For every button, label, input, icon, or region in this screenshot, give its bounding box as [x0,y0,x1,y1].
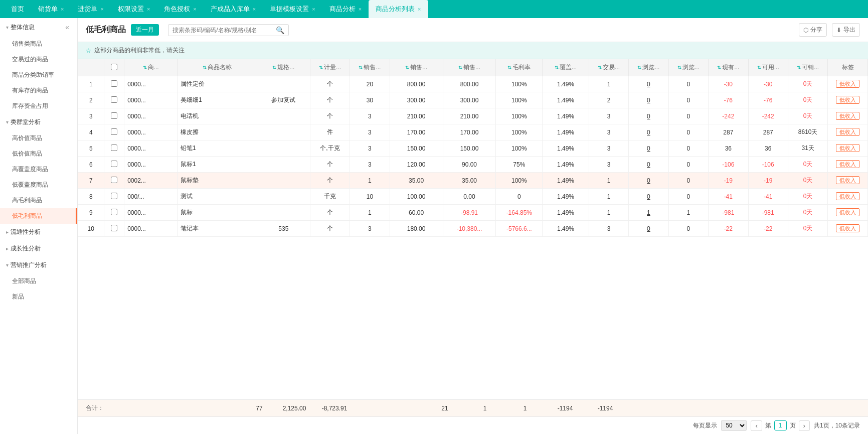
row-sales-price: 210.00 [390,108,443,124]
collapse-icon[interactable]: « [63,22,71,32]
next-page-button[interactable]: › [799,420,810,431]
row-checkbox[interactable] [111,209,117,215]
nav-sales-order[interactable]: 销货单 × [31,0,71,18]
sidebar-item-low-coverage[interactable]: 低覆盖度商品 [0,177,77,193]
nav-close-analysis-list[interactable]: × [418,6,421,12]
nav-permissions[interactable]: 权限设置 × [111,0,157,18]
tag-badge: 低收入 [836,96,859,104]
search-input[interactable] [172,27,273,34]
arrow-icon2: ▾ [6,119,9,125]
notice-icon: ☆ [86,47,91,54]
nav-close-analysis[interactable]: × [359,6,362,12]
sidebar-item-low-gross[interactable]: 低毛利商品 [0,208,77,224]
row-views1[interactable]: 0 [629,124,668,140]
th-trade[interactable]: ⇅交易... [589,59,628,76]
share-button[interactable]: ⬡ 分享 [799,23,827,37]
row-sales-price: 100.00 [390,189,443,205]
sidebar-group-overall[interactable]: ▾ 整体信息 « [0,18,77,36]
nav-close-sales[interactable]: × [61,6,64,12]
row-views2: 0 [668,76,708,92]
th-coverage[interactable]: ⇅覆盖... [543,59,589,76]
row-views1[interactable]: 0 [629,76,668,92]
top-navigation: 首页 销货单 × 进货单 × 权限设置 × 角色授权 × 产成品入库单 × 单据… [0,0,868,18]
sidebar-item-high-value[interactable]: 高价值商品 [0,130,77,146]
sidebar-group-cluster[interactable]: ▾ 类群堂分析 [0,114,77,130]
th-views2[interactable]: ⇅浏览... [668,59,708,76]
sidebar-item-category-rate[interactable]: 商品分类助销率 [0,67,77,83]
table-area: ⇅商... ⇅商品名称 ⇅规格... ⇅计量... ⇅销售... ⇅销售... … [78,59,868,399]
sidebar-group-growth[interactable]: ▸ 成长性分析 [0,240,77,257]
row-checkbox[interactable] [111,161,117,167]
nav-roles[interactable]: 角色授权 × [157,0,203,18]
nav-purchase[interactable]: 进货单 × [71,0,110,18]
sidebar-item-new-products[interactable]: 新品 [0,289,77,305]
nav-product-analysis-list[interactable]: 商品分析列表 × [369,0,428,18]
nav-close-permissions[interactable]: × [147,6,150,12]
row-spec: 参加复试 [257,92,310,108]
th-gross-rate[interactable]: ⇅毛利率 [496,59,543,76]
table-header-row: ⇅商... ⇅商品名称 ⇅规格... ⇅计量... ⇅销售... ⇅销售... … [78,59,868,76]
row-sales-amount: 210.00 [443,108,496,124]
th-sales-price[interactable]: ⇅销售... [390,59,443,76]
nav-home[interactable]: 首页 [4,0,31,18]
select-all-checkbox[interactable] [111,64,117,70]
th-sales-amount[interactable]: ⇅销售... [443,59,496,76]
row-views1[interactable]: 0 [629,189,668,205]
row-views1[interactable]: 1 [629,205,668,221]
row-available: -19 [748,173,788,189]
nav-close-roles[interactable]: × [193,6,196,12]
row-name: 吴细细1 [178,92,257,108]
row-views1[interactable]: 0 [629,92,668,108]
row-checkbox[interactable] [111,144,117,151]
row-views1[interactable]: 0 [629,108,668,124]
row-checkbox[interactable] [111,112,117,119]
sidebar-item-all-products[interactable]: 全部商品 [0,273,77,289]
date-filter-button[interactable]: 近一月 [131,24,159,36]
th-name[interactable]: ⇅商品名称 [178,59,257,76]
nav-product-entry[interactable]: 产成品入库单 × [204,0,263,18]
row-checkbox[interactable] [111,193,117,199]
nav-close-purchase[interactable]: × [100,6,103,12]
th-current[interactable]: ⇅现有... [709,59,748,76]
row-checkbox[interactable] [111,177,117,183]
nav-close-product[interactable]: × [253,6,256,12]
th-sales-qty[interactable]: ⇅销售... [350,59,390,76]
sidebar-item-stock-capital[interactable]: 库存资金占用 [0,98,77,114]
sidebar-item-high-coverage[interactable]: 高覆盖度商品 [0,162,77,177]
th-code[interactable]: ⇅商... [124,59,178,76]
sidebar-group-marketing[interactable]: ▾ 营销推广分析 [0,257,77,273]
per-page-select[interactable]: 50 100 200 [721,420,747,431]
sidebar-item-low-value[interactable]: 低价值商品 [0,146,77,162]
row-views1[interactable]: 0 [629,221,668,237]
sidebar-item-traded-products[interactable]: 交易过的商品 [0,52,77,67]
th-spec[interactable]: ⇅规格... [257,59,310,76]
row-checkbox[interactable] [111,80,117,87]
row-views1[interactable]: 0 [629,140,668,157]
sidebar-item-high-gross[interactable]: 高毛利商品 [0,193,77,208]
sidebar-item-sales-products[interactable]: 销售类商品 [0,36,77,52]
table-body: 1 0000... 属性定价 个 20 800.00 800.00 100% 1… [78,76,868,237]
row-trade: 3 [589,124,628,140]
footer-price-val: 2,125.00 [274,405,314,412]
search-icon[interactable]: 🔍 [276,26,284,34]
sidebar-item-stocked-products[interactable]: 有库存的商品 [0,83,77,98]
th-salable[interactable]: ⇅可销... [788,59,827,76]
nav-product-analysis[interactable]: 商品分析 × [322,0,369,18]
sidebar-group-circulation[interactable]: ▸ 流通性分析 [0,224,77,240]
row-checkbox[interactable] [111,96,117,103]
th-unit[interactable]: ⇅计量... [310,59,350,76]
row-checkbox[interactable] [111,225,117,231]
prev-page-button[interactable]: ‹ [751,420,762,431]
share-icon: ⬡ [803,27,808,34]
th-views1[interactable]: ⇅浏览... [629,59,668,76]
nav-close-template[interactable]: × [312,6,315,12]
row-views1[interactable]: 0 [629,157,668,173]
th-available[interactable]: ⇅可用... [748,59,788,76]
row-views2: 0 [668,189,708,205]
row-views1[interactable]: 0 [629,173,668,189]
row-trade: 3 [589,157,628,173]
row-checkbox[interactable] [111,128,117,135]
export-button[interactable]: ⬇ 导出 [832,23,860,37]
nav-template-settings[interactable]: 单据模板设置 × [263,0,322,18]
row-current: -41 [709,189,748,205]
